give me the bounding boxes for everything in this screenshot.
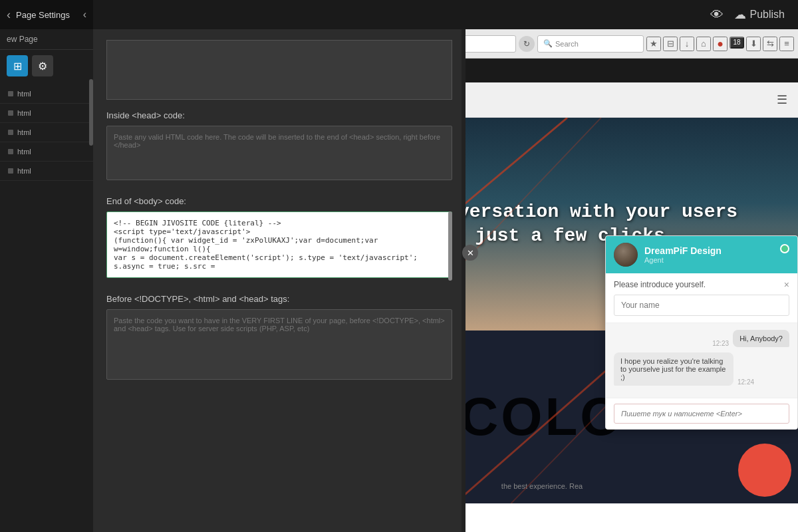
sidebar-item-html-4[interactable]: html — [0, 142, 93, 162]
publish-button[interactable]: ☁ Publish — [734, 7, 785, 22]
home-icon[interactable]: ⌂ — [696, 37, 711, 51]
item-dot — [8, 91, 13, 96]
chat-intro: × Please introduce yourself. — [606, 273, 797, 323]
chat-close-intro-button[interactable]: × — [784, 280, 789, 289]
msg-time-2: 12:24 — [737, 378, 754, 386]
sidebar-item-label: html — [17, 128, 31, 136]
sidebar-page-label: ew Page — [0, 29, 93, 50]
sidebar-item-html-3[interactable]: html — [0, 123, 93, 142]
msg-bubble-2: I hope you realize you're talking to you… — [614, 352, 733, 386]
browser-refresh-button[interactable]: ↻ — [519, 36, 535, 52]
doctype-textarea[interactable] — [106, 309, 452, 380]
chat-avatar — [614, 243, 638, 267]
item-dot — [8, 130, 13, 135]
page-settings-panel: Inside <head> code: End of <body> code: … — [93, 29, 466, 532]
sidebar-icons: ⊞ ⚙ — [0, 50, 93, 82]
chat-message-input[interactable] — [614, 404, 789, 424]
publish-label: Publish — [750, 9, 785, 21]
download-icon[interactable]: ↓ — [680, 37, 694, 51]
intro-text: Please introduce yourself. — [614, 280, 789, 289]
msg-text-2: I hope you realize you're talking to you… — [620, 357, 726, 381]
online-status-dot — [780, 244, 789, 253]
page-view-button[interactable]: ⊞ — [7, 55, 28, 76]
mobirise-nav-menu-icon[interactable]: ☰ — [777, 92, 787, 107]
main-area: Inside <head> code: End of <body> code: … — [93, 29, 798, 532]
sidebar-items: html html html html html — [0, 82, 93, 184]
chat-header: DreamPiF Design Agent — [606, 236, 797, 273]
ps-content: Inside <head> code: End of <body> code: … — [93, 29, 466, 532]
msg-time-1: 12:23 — [712, 340, 729, 347]
preview-eye-icon[interactable]: 👁 — [710, 7, 724, 23]
search-text: Search — [555, 40, 579, 48]
browser-toolbar-icons: ★ ⊟ ↓ ⌂ ● 18 ⬇ ⇆ ≡ — [646, 37, 794, 51]
chat-message-2: I hope you realize you're talking to you… — [614, 352, 789, 386]
sidebar-item-label: html — [17, 167, 31, 175]
chat-name-input[interactable] — [614, 295, 789, 316]
circle-icon[interactable]: ● — [713, 37, 728, 51]
arrows-icon[interactable]: ⇆ — [763, 37, 777, 51]
more-icon[interactable]: ≡ — [779, 37, 794, 51]
body-code-label: End of <body> code: — [106, 196, 452, 206]
top-bar: 👁 ☁ Publish — [93, 0, 798, 29]
close-panel-button[interactable]: ✕ — [462, 245, 478, 261]
sidebar-back-button[interactable]: ‹ — [7, 8, 11, 22]
sidebar-item-html-5[interactable]: html — [0, 162, 93, 181]
chat-widget: DreamPiF Design Agent × Please introduce… — [605, 235, 798, 430]
screenshot-icon[interactable]: ⊟ — [663, 37, 678, 51]
badge-icon[interactable]: 18 — [730, 37, 744, 49]
sidebar-item-html-1[interactable]: html — [0, 84, 93, 104]
bookmark-icon[interactable]: ★ — [646, 37, 661, 51]
browser-search-bar[interactable]: 🔍 Search — [537, 35, 644, 53]
sidebar-item-label: html — [17, 148, 31, 156]
colo-text: COLO — [460, 386, 624, 448]
chat-messages: 12:23 Hi, Anybody? I hope you realize yo… — [606, 323, 797, 398]
agent-avatar-image — [614, 243, 638, 267]
item-dot — [8, 168, 13, 174]
sidebar-scrollbar[interactable] — [89, 79, 93, 146]
chat-agent-info: DreamPiF Design Agent — [644, 245, 722, 264]
sidebar-header: ‹ Page Settings ‹ — [0, 0, 93, 29]
sidebar-item-html-2[interactable]: html — [0, 104, 93, 123]
website-bottom-text: the best experience. Rea — [501, 482, 583, 490]
search-icon: 🔍 — [543, 39, 553, 48]
head-code-textarea[interactable] — [106, 126, 452, 180]
sidebar-item-label: html — [17, 109, 31, 117]
head-code-label: Inside <head> code: — [106, 110, 452, 120]
sidebar-item-label: html — [17, 90, 31, 98]
msg-bubble-1: Hi, Anybody? — [733, 330, 789, 347]
chat-input-area — [606, 398, 797, 429]
download2-icon[interactable]: ⬇ — [746, 37, 761, 51]
sidebar: ‹ Page Settings ‹ ew Page ⊞ ⚙ html html … — [0, 0, 93, 532]
page-settings-button[interactable]: ⚙ — [32, 55, 53, 76]
sidebar-title: Page Settings — [16, 10, 70, 20]
chat-message-1: 12:23 Hi, Anybody? — [614, 330, 789, 347]
page-name-label: ew Page — [7, 35, 38, 44]
item-dot — [8, 149, 13, 154]
body-code-textarea[interactable]: <!-- BEGIN JIVOSITE CODE {literal} --> <… — [106, 211, 452, 278]
ps-top-area — [106, 40, 452, 100]
agent-role: Agent — [644, 256, 722, 264]
doctype-label: Before <!DOCTYPE>, <html> and <head> tag… — [106, 294, 452, 304]
agent-name: DreamPiF Design — [644, 245, 722, 256]
msg-text-1: Hi, Anybody? — [739, 334, 783, 342]
sidebar-close-button[interactable]: ‹ — [83, 9, 86, 21]
upload-cloud-icon: ☁ — [734, 7, 746, 22]
item-dot — [8, 110, 13, 116]
